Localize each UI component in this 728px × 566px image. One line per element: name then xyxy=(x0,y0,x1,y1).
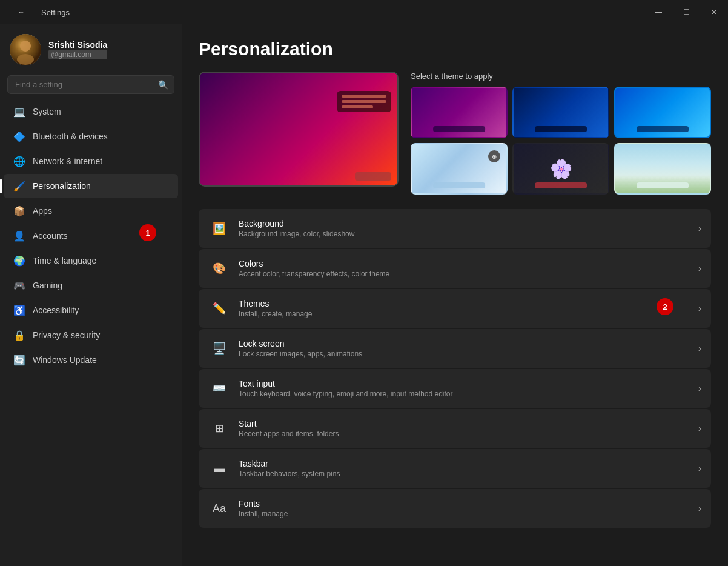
settings-text-lock-screen: Lock screenLock screen images, apps, ani… xyxy=(239,339,698,358)
nav-label-accounts: Accounts xyxy=(33,231,68,241)
sidebar-item-system[interactable]: 💻System xyxy=(4,99,178,124)
settings-row-background[interactable]: 🖼️BackgroundBackground image, color, sli… xyxy=(199,209,711,248)
sidebar-item-accounts[interactable]: 👤Accounts xyxy=(4,224,178,248)
user-name: Srishti Sisodia xyxy=(48,40,107,50)
settings-row-text-input[interactable]: ⌨️Text inputTouch keyboard, voice typing… xyxy=(199,369,711,408)
user-email: @gmail.com xyxy=(48,50,107,59)
nav-label-bluetooth: Bluetooth & devices xyxy=(33,132,108,141)
settings-title-fonts: Fonts xyxy=(239,499,698,508)
settings-list: 🖼️BackgroundBackground image, color, sli… xyxy=(199,209,711,528)
settings-row-fonts[interactable]: AaFontsInstall, manage› xyxy=(199,489,711,528)
sidebar-item-gaming[interactable]: 🎮Gaming xyxy=(4,273,178,298)
settings-text-taskbar: TaskbarTaskbar behaviors, system pins xyxy=(239,459,698,478)
sidebar: Srishti Sisodia @gmail.com 🔍 💻System🔷Blu… xyxy=(0,24,182,566)
settings-row-colors[interactable]: 🎨ColorsAccent color, transparency effect… xyxy=(199,249,711,288)
settings-row-lock-screen[interactable]: 🖥️Lock screenLock screen images, apps, a… xyxy=(199,329,711,368)
nav-icon-accounts: 👤 xyxy=(13,230,25,242)
settings-arrow-text-input: › xyxy=(698,383,701,394)
sidebar-item-time[interactable]: 🌍Time & language xyxy=(4,248,178,273)
nav-icon-personalization: 🖌️ xyxy=(13,180,25,192)
settings-desc-background: Background image, color, slideshow xyxy=(239,230,698,238)
settings-title-start: Start xyxy=(239,419,698,428)
theme-selector-title: Select a theme to apply xyxy=(411,72,711,81)
theme-item-6[interactable] xyxy=(614,143,711,195)
preview-bottom-bar xyxy=(355,172,391,181)
theme-grid: ⊕ 🌸 xyxy=(411,87,711,195)
nav-label-system: System xyxy=(33,107,61,116)
close-button[interactable]: ✕ xyxy=(700,0,728,24)
settings-row-start[interactable]: ⊞StartRecent apps and items, folders› xyxy=(199,409,711,448)
theme-item-4[interactable]: ⊕ xyxy=(411,143,508,195)
settings-arrow-fonts: › xyxy=(698,503,701,514)
nav-icon-apps: 📦 xyxy=(13,205,25,217)
sidebar-item-privacy[interactable]: 🔒Privacy & security xyxy=(4,323,178,347)
nav-label-gaming: Gaming xyxy=(33,281,62,290)
page-title: Personalization xyxy=(199,39,711,59)
nav-label-time: Time & language xyxy=(33,256,96,265)
nav-icon-accessibility: ♿ xyxy=(13,304,25,316)
settings-text-fonts: FontsInstall, manage xyxy=(239,499,698,518)
minimize-button[interactable]: — xyxy=(644,0,672,24)
settings-title-background: Background xyxy=(239,219,698,228)
settings-desc-text-input: Touch keyboard, voice typing, emoji and … xyxy=(239,390,698,398)
preview-line-2 xyxy=(342,100,386,103)
theme-area: Select a theme to apply xyxy=(199,72,711,195)
search-input[interactable] xyxy=(7,75,174,94)
settings-arrow-lock-screen: › xyxy=(698,343,701,354)
nav-label-network: Network & internet xyxy=(33,156,102,166)
nav-icon-network: 🌐 xyxy=(13,155,25,167)
settings-text-colors: ColorsAccent color, transparency effects… xyxy=(239,259,698,278)
back-button[interactable]: ← xyxy=(7,0,35,24)
nav-label-accessibility: Accessibility xyxy=(33,305,79,315)
sidebar-item-personalization[interactable]: 🖌️Personalization xyxy=(4,174,178,198)
settings-row-taskbar[interactable]: ▬TaskbarTaskbar behaviors, system pins› xyxy=(199,449,711,488)
maximize-button[interactable]: ☐ xyxy=(672,0,700,24)
nav-icon-bluetooth: 🔷 xyxy=(13,130,25,142)
sidebar-item-bluetooth[interactable]: 🔷Bluetooth & devices xyxy=(4,124,178,148)
svg-point-1 xyxy=(20,41,31,52)
theme-item-3[interactable] xyxy=(614,87,711,138)
settings-icon-start: ⊞ xyxy=(208,418,230,439)
nav-icon-gaming: 🎮 xyxy=(13,279,25,291)
settings-arrow-taskbar: › xyxy=(698,463,701,474)
search-box: 🔍 xyxy=(7,75,174,94)
preview-taskbar xyxy=(337,91,391,112)
main-content: Personalization Select a theme to apply xyxy=(182,24,728,566)
settings-arrow-background: › xyxy=(698,223,701,234)
sidebar-item-apps[interactable]: 📦Apps xyxy=(4,199,178,223)
user-info: Srishti Sisodia @gmail.com xyxy=(48,40,107,59)
svg-point-2 xyxy=(17,54,34,65)
settings-icon-colors: 🎨 xyxy=(208,258,230,279)
nav-icon-time: 🌍 xyxy=(13,255,25,267)
sidebar-item-update[interactable]: 🔄Windows Update xyxy=(4,348,178,372)
titlebar: ← Settings — ☐ ✕ xyxy=(0,0,728,24)
settings-title-lock-screen: Lock screen xyxy=(239,339,698,348)
settings-row-themes[interactable]: ✏️ThemesInstall, create, manage› xyxy=(199,289,711,328)
sidebar-item-network[interactable]: 🌐Network & internet xyxy=(4,149,178,173)
user-section: Srishti Sisodia @gmail.com xyxy=(0,24,182,73)
theme-item-5[interactable]: 🌸 xyxy=(512,143,609,195)
settings-text-start: StartRecent apps and items, folders xyxy=(239,419,698,438)
settings-arrow-themes: › xyxy=(698,303,701,314)
settings-desc-colors: Accent color, transparency effects, colo… xyxy=(239,270,698,278)
settings-text-themes: ThemesInstall, create, manage xyxy=(239,299,698,318)
theme-item-2[interactable] xyxy=(512,87,609,138)
sidebar-item-accessibility[interactable]: ♿Accessibility xyxy=(4,298,178,322)
nav-label-update: Windows Update xyxy=(33,355,97,365)
theme-item-1[interactable] xyxy=(411,87,508,138)
settings-icon-fonts: Aa xyxy=(208,498,230,519)
theme-selector: Select a theme to apply xyxy=(411,72,711,195)
settings-desc-start: Recent apps and items, folders xyxy=(239,430,698,438)
nav-icon-system: 💻 xyxy=(13,105,25,118)
settings-title-taskbar: Taskbar xyxy=(239,459,698,468)
nav-icon-update: 🔄 xyxy=(13,354,25,366)
settings-desc-lock-screen: Lock screen images, apps, animations xyxy=(239,350,698,358)
search-icon: 🔍 xyxy=(158,80,168,90)
nav-label-personalization: Personalization xyxy=(33,181,91,191)
settings-text-background: BackgroundBackground image, color, slide… xyxy=(239,219,698,238)
settings-icon-text-input: ⌨️ xyxy=(208,378,230,399)
settings-icon-themes: ✏️ xyxy=(208,298,230,319)
settings-title-themes: Themes xyxy=(239,299,698,308)
settings-text-text-input: Text inputTouch keyboard, voice typing, … xyxy=(239,379,698,398)
settings-desc-fonts: Install, manage xyxy=(239,510,698,518)
